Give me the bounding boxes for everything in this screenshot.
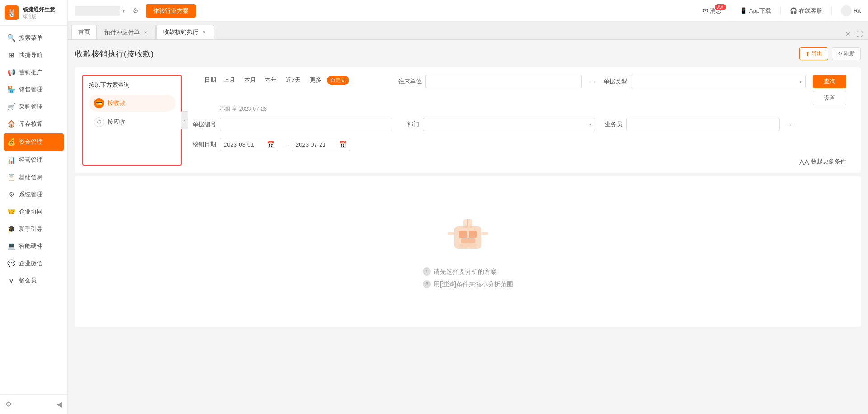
verify-date-end-input[interactable]: 2023-07-21 📅 — [292, 138, 350, 151]
svg-rect-7 — [481, 232, 488, 235]
tab-close-all-icon[interactable]: ✕ — [844, 29, 853, 39]
empty-tips: 1 请先选择要分析的方案 2 用[过滤]条件来缩小分析范围 — [423, 265, 513, 290]
sidebar-item-label: 智能硬件 — [19, 242, 42, 250]
filter-left-collapse-button[interactable]: « — [181, 111, 188, 129]
topbar-right: ✉ 消息 99+ 📱 App下载 🎧 在线客服 Rit — [703, 5, 861, 16]
filter-option-by-receivable[interactable]: ⏱ 按应收 — [89, 114, 175, 131]
empty-illustration — [441, 213, 495, 258]
by-receivable-icon: ⏱ — [94, 117, 104, 127]
topbar-gear-icon[interactable]: ⚙ — [132, 6, 139, 15]
sidebar-item-quick-nav[interactable]: ⊞ 快捷导航 — [0, 47, 67, 64]
date-7days-btn[interactable]: 近7天 — [282, 75, 304, 86]
tab-prepay[interactable]: 预付冲应付单 × — [98, 25, 156, 39]
sidebar-item-marketing[interactable]: 📢 营销推广 — [0, 64, 67, 81]
date-last-month-btn[interactable]: 上月 — [220, 75, 239, 86]
doctype-dropdown-icon: ▾ — [799, 79, 802, 84]
verify-date-start-calendar-icon[interactable]: 📅 — [267, 141, 274, 148]
settings-button[interactable]: 设置 — [813, 91, 846, 105]
date-this-year-btn[interactable]: 本年 — [261, 75, 280, 86]
svg-rect-2 — [469, 231, 477, 238]
docno-input[interactable] — [220, 118, 392, 131]
date-custom-badge[interactable]: 自定义 — [327, 76, 349, 85]
tab-home[interactable]: 首页 — [71, 25, 97, 39]
service-icon: 🎧 — [790, 7, 797, 14]
tab-fullscreen-icon[interactable]: ⛶ — [854, 29, 864, 39]
logo-icon: 🐰 — [5, 5, 19, 20]
logo-text: 畅捷通好生意 标准版 — [23, 6, 55, 20]
sidebar-item-sales[interactable]: 🏪 销售管理 — [0, 81, 67, 98]
filter-row-2: 单据编号 部门 ▾ 业务员 — [189, 118, 846, 131]
marketing-icon: 📢 — [7, 68, 15, 76]
empty-state: 1 请先选择要分析的方案 2 用[过滤]条件来缩小分析范围 — [75, 176, 861, 327]
tip2-number: 2 — [423, 280, 431, 288]
by-receipt-icon: 💳 — [94, 98, 104, 108]
by-receivable-label: 按应收 — [108, 118, 125, 126]
sidebar-item-label: 企业协同 — [19, 208, 42, 216]
topbar: ▾ ⚙ 体验行业方案 ✉ 消息 99+ 📱 App下载 🎧 在线客服 Ri — [68, 0, 868, 22]
verify-date-start-input[interactable]: 2023-03-01 📅 — [220, 138, 278, 151]
tab-home-label: 首页 — [78, 28, 90, 36]
sidebar-item-operations[interactable]: 📊 经营管理 — [0, 152, 67, 169]
docno-label: 单据编号 — [189, 120, 216, 128]
app-download-link[interactable]: 📱 App下载 — [740, 7, 771, 15]
sidebar-item-hardware[interactable]: 💻 智能硬件 — [0, 238, 67, 255]
query-settings-group: 查询 设置 — [813, 75, 846, 105]
dept-select[interactable]: ▾ — [423, 118, 595, 131]
hardware-icon: 💻 — [7, 242, 15, 250]
date-more-btn[interactable]: 更多 — [306, 75, 325, 86]
svg-rect-6 — [448, 232, 454, 235]
tip1-text: 请先选择要分析的方案 — [434, 265, 497, 278]
verify-date-end-calendar-icon[interactable]: 📅 — [339, 141, 346, 148]
sidebar-item-inventory[interactable]: 🏠 库存核算 — [0, 115, 67, 133]
refresh-button[interactable]: ↻ 刷新 — [832, 47, 861, 60]
online-service-link[interactable]: 🎧 在线客服 — [790, 7, 822, 15]
message-icon: ✉ — [703, 7, 708, 14]
staff-input[interactable] — [626, 118, 780, 131]
doctype-select[interactable]: ▾ — [631, 75, 806, 88]
sidebar-nav: 🔍 搜索菜单 ⊞ 快捷导航 📢 营销推广 🏪 销售管理 🛒 采购管理 🏠 库存核… — [0, 26, 67, 394]
date-nolimit-row: 不限 至 2023-07-26 — [220, 105, 846, 113]
sidebar-item-finance[interactable]: 💰 资金管理 — [4, 133, 64, 151]
sidebar: 🐰 畅捷通好生意 标准版 🔍 搜索菜单 ⊞ 快捷导航 📢 营销推广 🏪 销售管理… — [0, 0, 68, 414]
sidebar-item-system[interactable]: ⚙ 系统管理 — [0, 186, 67, 203]
svg-point-3 — [459, 243, 477, 247]
collapse-more-button[interactable]: ⋀⋀ 收起更多条件 — [799, 157, 846, 166]
export-button[interactable]: ⬆ 导出 — [799, 47, 828, 60]
staff-more-icon[interactable]: ··· — [783, 121, 798, 128]
filter-layout: 按以下方案查询 💳 按收款 ⏱ 按应收 « — [82, 75, 854, 166]
filter-option-by-receipt[interactable]: 💳 按收款 — [89, 95, 175, 112]
sidebar-item-search-menu[interactable]: 🔍 搜索菜单 — [0, 29, 67, 47]
export-label: 导出 — [811, 50, 822, 57]
sidebar-item-member[interactable]: V 畅会员 — [0, 272, 67, 289]
sidebar-item-wechat[interactable]: 💬 企业微信 — [0, 255, 67, 272]
topbar-search: ▾ — [75, 6, 125, 16]
page-title: 收款核销执行(按收款) — [75, 48, 154, 59]
service-label: 在线客服 — [799, 7, 822, 15]
svg-rect-8 — [461, 238, 475, 243]
user-name: Rit — [854, 7, 861, 14]
dept-label: 部门 — [392, 120, 419, 128]
footer-settings-icon[interactable]: ⚙ — [5, 400, 12, 409]
sidebar-item-label: 系统管理 — [19, 190, 42, 199]
tab-receipt-verify[interactable]: 收款核销执行 × — [156, 25, 214, 39]
message-badge[interactable]: ✉ 消息 99+ — [703, 7, 722, 15]
inventory-icon: 🏠 — [7, 120, 15, 128]
footer-collapse-icon[interactable]: ◀ — [57, 400, 62, 409]
sidebar-item-enterprise[interactable]: 🤝 企业协同 — [0, 203, 67, 220]
sidebar-item-label: 新手引导 — [19, 225, 42, 233]
counterparty-more-icon[interactable]: ··· — [585, 78, 600, 85]
counterparty-input[interactable] — [425, 75, 582, 88]
user-profile[interactable]: Rit — [841, 5, 861, 16]
sidebar-item-basic-info[interactable]: 📋 基础信息 — [0, 169, 67, 186]
query-button[interactable]: 查询 — [813, 75, 846, 88]
date-this-month-btn[interactable]: 本月 — [241, 75, 259, 86]
guide-icon: 🎓 — [7, 225, 15, 233]
topbar-divider-3 — [831, 6, 832, 15]
sidebar-item-guide[interactable]: 🎓 新手引导 — [0, 220, 67, 238]
topbar-chevron-icon: ▾ — [122, 7, 125, 14]
tab-receipt-verify-close-icon[interactable]: × — [201, 29, 208, 35]
tab-prepay-close-icon[interactable]: × — [142, 29, 149, 36]
industry-solution-button[interactable]: 体验行业方案 — [146, 4, 196, 18]
sidebar-item-label: 企业微信 — [19, 259, 42, 267]
sidebar-item-purchase[interactable]: 🛒 采购管理 — [0, 98, 67, 115]
